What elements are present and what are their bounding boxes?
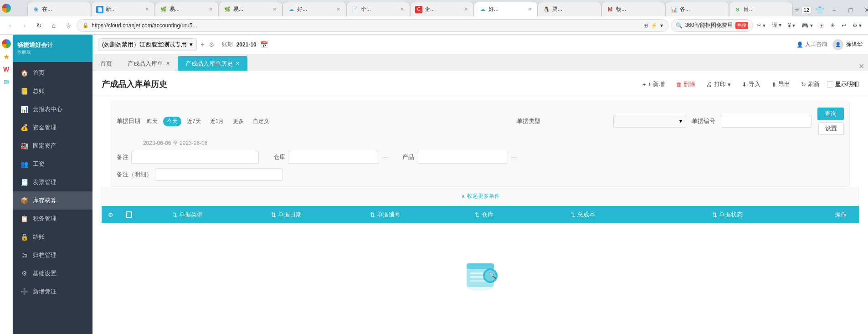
product-dots[interactable]: ··· — [511, 153, 517, 161]
yuan-tool[interactable]: ¥ ▾ — [785, 20, 798, 31]
sidebar-item-basic-settings[interactable]: ⚙ 基础设置 — [13, 264, 92, 283]
export-button[interactable]: ⬆ 导出 — [768, 78, 794, 90]
company-settings-button[interactable]: ⚙ — [209, 41, 215, 48]
yesterday-btn[interactable]: 昨天 — [143, 117, 161, 126]
1month-btn[interactable]: 近1月 — [206, 117, 228, 126]
undo-tool[interactable]: ↩ — [839, 20, 849, 31]
sidebar-item-payroll[interactable]: 👥 工资 — [13, 155, 92, 173]
sidebar-item-funds[interactable]: 💰 资金管理 — [13, 118, 92, 137]
tab-2[interactable]: 📄 新... ✕ — [91, 2, 155, 16]
detail-note-input[interactable] — [155, 168, 282, 181]
table-cost-col[interactable]: ⇅ 总成本 — [533, 211, 632, 219]
new-button[interactable]: + + 新增 — [639, 78, 668, 90]
warehouse-input[interactable] — [288, 151, 379, 164]
search-box-360[interactable]: 🔍 360智能抠图免费用 热搜 — [671, 19, 753, 32]
address-bar[interactable]: 🔒 https://cloud.chanjet.com/accounting/u… — [77, 19, 669, 32]
tab-9[interactable]: 🐧 腾... — [538, 2, 601, 16]
gamepad-tool[interactable]: 🎮 ▾ — [799, 20, 815, 31]
query-button[interactable]: 查询 — [817, 108, 844, 120]
refresh-button[interactable]: ↻ 刷新 — [797, 78, 823, 90]
close-button[interactable]: ✕ — [861, 4, 868, 16]
scissors-tool[interactable]: ✂ ▾ — [754, 20, 768, 31]
collapse-button[interactable]: ∧ 收起更多条件 — [458, 190, 503, 203]
page-tab-history-close[interactable]: ✕ — [236, 61, 240, 67]
user-info[interactable]: 👤 徐泽华 — [832, 39, 863, 50]
inventory-icon: 📦 — [20, 196, 28, 205]
number-input[interactable] — [721, 115, 812, 128]
page-tab-home[interactable]: 首页 — [92, 56, 120, 71]
today-btn[interactable]: 今天 — [163, 117, 181, 126]
address-dropdown-icon[interactable]: ▾ — [660, 22, 663, 29]
note-input[interactable] — [131, 151, 259, 164]
icon-sidebar-bookmark[interactable]: ★ — [1, 51, 12, 62]
table-header: ⚙ ⇅ 单据类型 ⇅ 单据日期 — [102, 206, 859, 223]
tab-3[interactable]: 🌿 易... ✕ — [155, 2, 219, 16]
table-settings-col[interactable]: ⚙ — [102, 211, 120, 218]
tab-8[interactable]: ☁ 好... ✕ — [474, 2, 538, 16]
more-date-btn[interactable]: 更多 — [229, 117, 247, 126]
tab-7[interactable]: C 企... ✕ — [410, 2, 474, 16]
warehouse-dots[interactable]: ··· — [382, 153, 388, 161]
icon-sidebar-mail[interactable]: ✉ — [1, 77, 12, 87]
minimize-button[interactable]: − — [828, 4, 841, 16]
type-select[interactable]: ▾ — [613, 115, 686, 128]
delete-button[interactable]: 🗑 删除 — [672, 78, 699, 90]
ai-consult-button[interactable]: 👤 人工咨询 — [796, 41, 827, 48]
page-title: 产成品入库单历史 — [102, 79, 167, 90]
sidebar-item-invoice[interactable]: 🧾 发票管理 — [13, 173, 92, 191]
sidebar-item-closing[interactable]: 🔒 结账 — [13, 228, 92, 246]
table-checkbox-col[interactable] — [120, 211, 138, 218]
translate-tool[interactable]: 译 ▾ — [769, 20, 784, 31]
sidebar-item-inventory[interactable]: 📦 库存核算 — [13, 191, 92, 210]
tab-5[interactable]: ☁ 好... ✕ — [282, 2, 346, 16]
settings-tool[interactable]: ⚙ ▾ — [850, 20, 864, 31]
sidebar-item-cloud-report[interactable]: 📊 云报表中心 — [13, 100, 92, 118]
sidebar-item-fixed-assets[interactable]: 🏭 固定资产 — [13, 137, 92, 155]
page-tab-history[interactable]: 产成品入库单历史 ✕ — [178, 56, 247, 71]
product-input[interactable] — [417, 151, 508, 164]
print-button[interactable]: 🖨 打印 ▾ — [703, 78, 734, 90]
7days-btn[interactable]: 近7天 — [183, 117, 205, 126]
maximize-button[interactable]: □ — [844, 4, 857, 16]
sidebar-item-tax[interactable]: 📋 税务管理 — [13, 210, 92, 228]
icon-sidebar-weibo[interactable]: W — [1, 64, 12, 75]
print-dropdown-icon: ▾ — [728, 81, 731, 88]
display-checkbox[interactable] — [827, 81, 833, 87]
tab-11[interactable]: 📊 各... — [665, 2, 729, 16]
select-all-checkbox[interactable] — [126, 211, 132, 218]
back-button[interactable]: ‹ — [4, 19, 16, 32]
calendar-icon[interactable]: 📅 — [260, 41, 268, 48]
tab-12[interactable]: S 目... — [729, 2, 793, 16]
tab-10[interactable]: M 畅... — [601, 2, 665, 16]
home-button[interactable]: ⌂ — [47, 19, 60, 32]
tab-1[interactable]: 在 在... — [27, 2, 91, 16]
favorite-button[interactable]: ☆ — [62, 19, 75, 32]
icon-sidebar-circle[interactable] — [1, 38, 12, 49]
forward-button[interactable]: › — [18, 19, 31, 32]
action-buttons: + + 新增 🗑 删除 🖨 打印 ▾ ⬇ — [639, 78, 859, 90]
tab-add-button[interactable]: + — [795, 4, 800, 16]
sidebar-item-new-voucher[interactable]: ➕ 新增凭证 — [13, 283, 92, 301]
tab-4[interactable]: 🌿 易... ✕ — [219, 2, 282, 16]
sidebar-item-home[interactable]: 🏠 首页 — [13, 64, 92, 82]
add-company-button[interactable]: + — [200, 41, 205, 49]
page-tab-list-close[interactable]: ✕ — [166, 61, 170, 67]
table-number-col[interactable]: ⇅ 单据编号 — [336, 211, 435, 219]
custom-date-btn[interactable]: 自定义 — [249, 117, 273, 126]
table-date-col[interactable]: ⇅ 单据日期 — [237, 211, 336, 219]
refresh-button[interactable]: ↻ — [33, 19, 46, 32]
sidebar-item-ledger[interactable]: 📒 总账 — [13, 82, 92, 100]
table-type-col[interactable]: ⇅ 单据类型 — [138, 211, 237, 219]
table-status-col[interactable]: ⇅ 单据状态 — [632, 211, 822, 219]
filter-settings-button[interactable]: 设置 — [818, 122, 844, 135]
close-panel-button[interactable]: ✕ — [858, 62, 868, 71]
sidebar-item-archive[interactable]: 🗂 归档管理 — [13, 246, 92, 264]
layout-tool[interactable]: ⊞ — [817, 20, 827, 31]
tab-6[interactable]: 📄 个... ✕ — [346, 2, 410, 16]
display-detail-toggle[interactable]: 显示明细 — [827, 80, 859, 88]
sun-tool[interactable]: ☀ — [827, 20, 838, 31]
page-tab-list[interactable]: 产成品入库单 ✕ — [120, 56, 178, 71]
table-warehouse-col[interactable]: ⇅ 仓库 — [435, 211, 534, 219]
company-selector[interactable]: (勿删勿禁用）江西腺宝测试专用 ▾ — [98, 38, 197, 51]
import-button[interactable]: ⬇ 导入 — [738, 78, 764, 90]
